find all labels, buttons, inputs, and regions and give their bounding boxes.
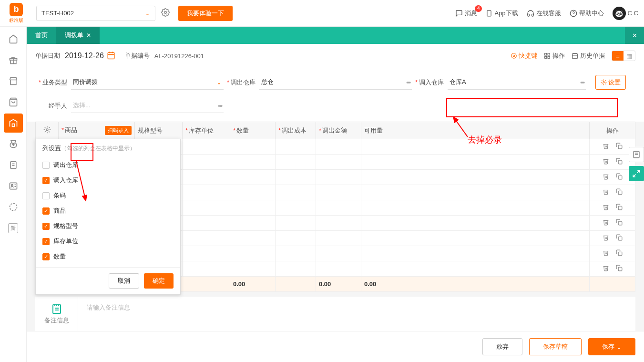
copy-icon[interactable] bbox=[616, 204, 623, 212]
in-warehouse-group: 调入仓库 仓库A ••• bbox=[412, 75, 586, 90]
tab-transfer[interactable]: 调拨单 ✕ bbox=[56, 27, 100, 44]
logo: b 标准版 bbox=[6, 3, 27, 24]
checkbox[interactable]: ✓ bbox=[42, 253, 50, 260]
nav-store-icon[interactable] bbox=[4, 72, 23, 91]
checkbox[interactable]: ✓ bbox=[42, 207, 50, 215]
delete-icon[interactable] bbox=[603, 249, 609, 258]
phone-icon bbox=[486, 10, 492, 17]
shortcut-link[interactable]: 快捷键 bbox=[511, 52, 537, 60]
delete-icon[interactable] bbox=[603, 219, 609, 227]
detail-table: *商品扫码录入 规格型号 *库存单位 *数量 *调出成本 *调出金额 可用量 操… bbox=[35, 122, 635, 292]
tab-home[interactable]: 首页 bbox=[27, 27, 56, 44]
remark-area: 备注信息 请输入备注信息 bbox=[35, 297, 635, 331]
nav-gift-icon[interactable] bbox=[4, 51, 23, 70]
th-amount: *调出金额 bbox=[316, 122, 361, 139]
online-service-link[interactable]: 在线客服 bbox=[527, 9, 561, 18]
copy-icon[interactable] bbox=[616, 188, 623, 197]
delete-icon[interactable] bbox=[603, 265, 609, 273]
delete-icon[interactable] bbox=[603, 234, 609, 242]
cancel-button[interactable]: 取消 bbox=[109, 273, 139, 289]
column-option[interactable]: ✓数量 bbox=[42, 249, 174, 264]
svg-rect-1 bbox=[487, 10, 491, 16]
column-option[interactable]: ✓库存单位 bbox=[42, 234, 174, 249]
column-settings-cell[interactable] bbox=[36, 122, 59, 139]
date-value[interactable]: 2019-12-26 bbox=[65, 52, 104, 60]
copy-icon[interactable] bbox=[616, 173, 623, 181]
delete-icon[interactable] bbox=[603, 188, 609, 197]
column-list[interactable]: 调出仓库✓调入仓库条码✓商品✓规格型号✓库存单位✓数量单位2 bbox=[36, 157, 180, 267]
checkbox[interactable] bbox=[42, 162, 50, 169]
date-label: 单据日期 bbox=[35, 52, 60, 60]
content-area: 首页 调拨单 ✕ ✕ 单据日期 2019-12-26 单据编号 AL-20191… bbox=[27, 27, 644, 362]
operation-link[interactable]: 操作 bbox=[544, 52, 565, 60]
gear-icon bbox=[601, 79, 607, 85]
chevron-down-icon: ⌄ bbox=[616, 343, 622, 351]
discard-button[interactable]: 放弃 bbox=[482, 338, 522, 355]
column-option[interactable]: 调出仓库 bbox=[42, 157, 174, 173]
confirm-button[interactable]: 确定 bbox=[144, 273, 174, 289]
checkbox[interactable]: ✓ bbox=[42, 223, 50, 230]
view-list-icon[interactable]: ≡ bbox=[612, 51, 624, 61]
out-wh-select[interactable]: 总仓 ••• bbox=[259, 75, 412, 90]
delete-icon[interactable] bbox=[603, 143, 609, 151]
delete-icon[interactable] bbox=[603, 158, 609, 166]
nav-clipboard-icon[interactable] bbox=[4, 155, 23, 175]
scan-button[interactable]: 扫码录入 bbox=[105, 126, 132, 135]
expand-rail-icon[interactable] bbox=[629, 166, 644, 181]
more-icon: ••• bbox=[406, 79, 410, 86]
view-grid-icon[interactable]: ▦ bbox=[624, 51, 635, 61]
save-button[interactable]: 保存 ⌄ bbox=[588, 338, 635, 355]
column-option[interactable]: ✓调入仓库 bbox=[42, 173, 174, 188]
copy-icon[interactable] bbox=[616, 143, 623, 151]
column-option[interactable]: ✓商品 bbox=[42, 203, 174, 218]
nav-home-icon[interactable] bbox=[4, 30, 23, 49]
svg-rect-26 bbox=[572, 53, 578, 59]
save-draft-button[interactable]: 保存草稿 bbox=[529, 338, 582, 355]
calendar-icon[interactable] bbox=[107, 51, 115, 61]
nav-new-icon[interactable]: 新 bbox=[4, 218, 23, 238]
settings-button[interactable]: 设置 bbox=[595, 75, 626, 90]
nav-money-icon[interactable]: ¥ bbox=[4, 134, 23, 154]
nav-loading-icon[interactable] bbox=[4, 197, 23, 217]
copy-icon[interactable] bbox=[616, 265, 623, 273]
checkbox[interactable]: ✓ bbox=[42, 238, 50, 245]
delete-icon[interactable] bbox=[603, 204, 609, 212]
svg-rect-37 bbox=[618, 252, 622, 256]
remark-input[interactable]: 请输入备注信息 bbox=[78, 297, 635, 331]
help-center-link[interactable]: 帮助中心 bbox=[570, 9, 604, 18]
gear-icon[interactable] bbox=[161, 8, 170, 18]
delete-icon[interactable] bbox=[603, 173, 609, 181]
nav-bag-icon[interactable] bbox=[4, 93, 23, 112]
in-wh-select[interactable]: 仓库A ••• bbox=[448, 75, 586, 90]
checkbox[interactable]: ✓ bbox=[42, 177, 50, 184]
column-option[interactable]: ✓规格型号 bbox=[42, 218, 174, 234]
chevron-down-icon: ⌄ bbox=[216, 79, 222, 86]
svg-text:¥: ¥ bbox=[12, 143, 14, 146]
svg-rect-8 bbox=[12, 124, 14, 127]
copy-icon[interactable] bbox=[616, 249, 623, 258]
svg-rect-34 bbox=[618, 206, 622, 210]
nav-warehouse-icon[interactable] bbox=[4, 114, 23, 133]
top-header: b 标准版 TEST-H002 ⌄ 我要体验一下 消息 4 App下载 在线客服… bbox=[0, 0, 644, 27]
history-link[interactable]: 历史单据 bbox=[572, 52, 605, 60]
close-icon[interactable]: ✕ bbox=[86, 32, 91, 39]
org-select[interactable]: TEST-H002 ⌄ bbox=[36, 6, 155, 21]
handler-select[interactable]: 选择... ••• bbox=[71, 98, 224, 113]
svg-rect-24 bbox=[545, 56, 547, 58]
nav-contact-icon[interactable] bbox=[4, 176, 23, 196]
column-option[interactable]: 条码 bbox=[42, 188, 174, 203]
checkbox[interactable] bbox=[42, 192, 50, 199]
th-product: *商品扫码录入 bbox=[59, 122, 135, 139]
view-toggle: ≡ ▦ bbox=[612, 51, 635, 61]
copy-icon[interactable] bbox=[616, 219, 623, 227]
biz-type-select[interactable]: 同价调拨 ⌄ bbox=[71, 75, 224, 90]
messages-link[interactable]: 消息 4 bbox=[455, 9, 477, 18]
svg-point-15 bbox=[10, 204, 17, 211]
copy-icon[interactable] bbox=[616, 158, 623, 166]
note-rail-icon[interactable] bbox=[629, 147, 644, 162]
trial-button[interactable]: 我要体验一下 bbox=[178, 6, 233, 21]
copy-icon[interactable] bbox=[616, 234, 623, 242]
app-download-link[interactable]: App下载 bbox=[486, 9, 518, 18]
close-all-tabs[interactable]: ✕ bbox=[625, 27, 644, 44]
user-menu[interactable]: 🐼 C C bbox=[613, 7, 638, 20]
